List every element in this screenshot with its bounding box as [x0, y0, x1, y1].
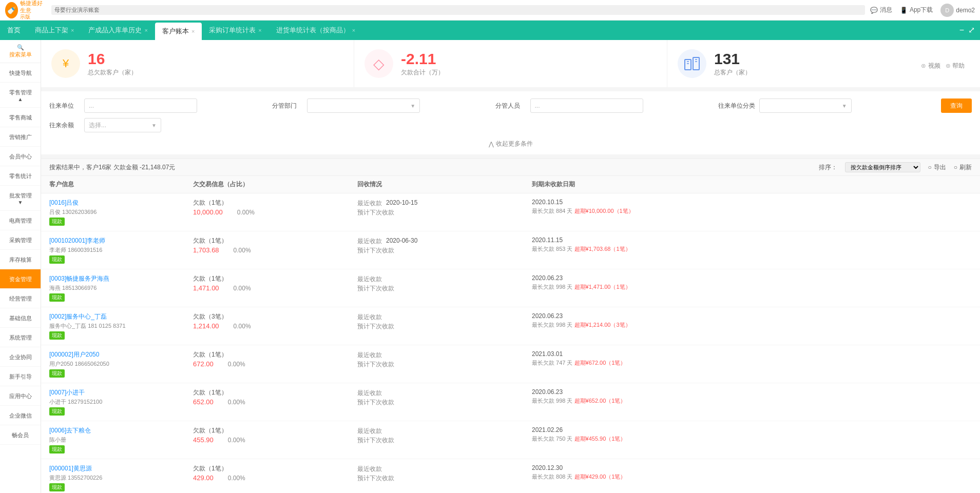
tab-close-icon[interactable]: ×: [144, 27, 147, 33]
table-header: 客户信息 欠交易信息（占比） 回收情况 到期未收款日期: [41, 176, 980, 193]
tab-purchase[interactable]: 采购订单统计表 ×: [202, 21, 268, 40]
debt-amount-7[interactable]: 455.90: [193, 436, 214, 444]
customer-name-2[interactable]: [0001020001]李老师: [49, 236, 193, 245]
overdue-link-1[interactable]: 超期¥10,000.00（1笔）: [574, 208, 634, 214]
overdue-info-1: 2020.10.15 最长欠款 884 天 超期¥10,000.00（1笔）: [532, 199, 972, 215]
sidebar-item-app-center[interactable]: 应用中心: [0, 386, 41, 406]
tab-maximize-icon[interactable]: ⤢: [968, 26, 975, 34]
sidebar-item-ecommerce[interactable]: 电商管理: [0, 211, 41, 230]
sidebar-item-marketing[interactable]: 营销推广: [0, 127, 41, 147]
customer-name-5[interactable]: [000002]用户2050: [49, 350, 193, 359]
overdue-link-4[interactable]: 超期¥1,214.00（3笔）: [574, 322, 631, 328]
sidebar-item-retail-mall[interactable]: 零售商城: [0, 108, 41, 127]
message-btn[interactable]: 💬 消息: [870, 6, 892, 14]
sidebar-item-basic-info[interactable]: 基础信息: [0, 308, 41, 328]
customer-info-8: [000001]黄思源 黄思源 13552700226 现款: [49, 464, 193, 491]
tab-minimize-icon[interactable]: −: [959, 26, 964, 34]
debt-amount-2[interactable]: 1,703.68: [193, 246, 219, 254]
collapse-button[interactable]: ⋀ 收起更多条件: [49, 137, 972, 150]
results-bar: 搜索结果中，客户16家 欠款金额 -21,148.07元 排序： 按欠款金额倒序…: [41, 159, 980, 176]
filter-balance-select[interactable]: 选择... ▼: [84, 118, 161, 132]
overdue-info-4: 2020.06.23 最长欠款 998 天 超期¥1,214.00（3笔）: [532, 312, 972, 329]
video-btn[interactable]: ⊙ 视频: [921, 62, 940, 70]
sidebar-item-guide[interactable]: 新手引导: [0, 367, 41, 386]
sidebar-item-vip[interactable]: 畅会员: [0, 425, 41, 445]
filter-vendor-input[interactable]: ...: [84, 98, 197, 113]
sidebar-item-member[interactable]: 会员中心: [0, 147, 41, 166]
customer-name-3[interactable]: [0003]畅捷服务尹海燕: [49, 274, 193, 283]
tab-home[interactable]: 首页: [0, 21, 28, 40]
customer-name-6[interactable]: [0007]小进干: [49, 388, 193, 397]
refresh-btn[interactable]: ○ 刷新: [954, 163, 972, 172]
tab-production[interactable]: 产成品入库单历史 ×: [81, 21, 155, 40]
sidebar-item-inventory[interactable]: 库存核算: [0, 250, 41, 269]
debt-amount-1[interactable]: 10,000.00: [193, 208, 223, 216]
tab-goods[interactable]: 商品上下架 ×: [28, 21, 81, 40]
tab-close-icon[interactable]: ×: [191, 28, 195, 34]
overdue-link-2[interactable]: 超期¥1,703.68（1笔）: [574, 246, 631, 252]
tab-customer-account[interactable]: 客户账本 ×: [155, 23, 202, 40]
customer-tag-5: 现款: [49, 369, 65, 378]
filter-dept-select[interactable]: ▼: [307, 98, 420, 113]
sidebar-item-purchase[interactable]: 采购管理: [0, 230, 41, 250]
debt-amount-6[interactable]: 652.00: [193, 398, 214, 406]
sidebar-item-quick-nav[interactable]: 快捷导航: [0, 63, 41, 83]
customer-info-6: [0007]小进干 小进干 18279152100 现款: [49, 388, 193, 416]
customer-name-4[interactable]: [0002]服务中心_丁磊: [49, 312, 193, 321]
recovery-info-6: 最近收款 预计下次收款: [357, 388, 532, 407]
stat-card-debt-customers: ¥ 16 总欠款客户（家）: [41, 40, 354, 87]
user-menu[interactable]: D demo2: [940, 4, 975, 17]
export-btn[interactable]: ○ 导出: [928, 163, 946, 172]
sidebar-search[interactable]: 🔍 搜索菜单: [0, 40, 41, 63]
table-row: [0016]吕俊 吕俊 13026203696 现款 欠款（1笔） 10,000…: [41, 193, 980, 231]
col-header-customer: 客户信息: [49, 180, 193, 189]
customer-tag-1: 现款: [49, 218, 65, 226]
customer-info-7: [0006]去下粮仓 陈小册 现款: [49, 426, 193, 453]
tab-close-icon[interactable]: ×: [71, 27, 74, 33]
tab-stock[interactable]: 进货单统计表（按商品） ×: [269, 21, 362, 40]
customer-name-7[interactable]: [0006]去下粮仓: [49, 426, 193, 435]
sidebar-item-wholesale[interactable]: 批发管理 ▼: [0, 186, 41, 211]
recovery-info-2: 最近收款 2020-06-30 预计下次收款: [357, 236, 532, 255]
overdue-link-7[interactable]: 超期¥455.90（1笔）: [574, 436, 626, 442]
filter-person-input[interactable]: ...: [530, 98, 643, 113]
table-row: [0003]畅捷服务尹海燕 海燕 18513066976 现款 欠款（1笔） 1…: [41, 269, 980, 307]
sidebar-item-finance[interactable]: 资金管理: [0, 269, 41, 289]
sidebar-item-operations[interactable]: 经营管理: [0, 289, 41, 308]
overdue-link-6[interactable]: 超期¥652.00（1笔）: [574, 398, 626, 404]
recovery-info-7: 最近收款 预计下次收款: [357, 426, 532, 445]
debt-amount-8[interactable]: 429.00: [193, 474, 214, 482]
table-row: [0001020001]李老师 李老师 18600391516 现款 欠款（1笔…: [41, 231, 980, 269]
sidebar: 🔍 搜索菜单 快捷导航 零售管理 ▲ 零售商城 营销推广 会员中心 零售统计 批…: [0, 40, 41, 493]
customer-name-1[interactable]: [0016]吕俊: [49, 199, 193, 207]
logo-text: 畅捷通好生意 示版: [20, 0, 46, 19]
chevron-up-icon: ⋀: [489, 141, 494, 148]
overdue-link-3[interactable]: 超期¥1,471.00（1笔）: [574, 284, 631, 290]
sidebar-item-enterprise[interactable]: 企业协同: [0, 347, 41, 367]
overdue-link-5[interactable]: 超期¥672.00（1笔）: [574, 360, 626, 366]
customer-name-8[interactable]: [000001]黄思源: [49, 464, 193, 473]
sort-select[interactable]: 按欠款金额倒序排序: [845, 162, 920, 172]
stat-number-2: -2.11: [401, 50, 657, 67]
sidebar-item-retail-mgmt[interactable]: 零售管理 ▲: [0, 83, 41, 108]
tab-actions: − ⤢: [954, 21, 980, 40]
stat-label-2: 欠款合计（万）: [401, 68, 657, 77]
overdue-link-8[interactable]: 超期¥429.00（1笔）: [574, 474, 626, 480]
debt-amount-4[interactable]: 1,214.00: [193, 322, 219, 330]
chevron-down-icon: ▼: [410, 103, 415, 109]
sidebar-item-wechat[interactable]: 企业微信: [0, 406, 41, 425]
app-download-btn[interactable]: 📱 App下载: [900, 6, 933, 14]
customer-contact-5: 用户2050 18665062050: [49, 360, 193, 368]
help-btn[interactable]: ⊙ 帮助: [946, 62, 965, 70]
filter-category-select[interactable]: ▼: [759, 98, 852, 113]
tab-close-icon[interactable]: ×: [258, 27, 261, 33]
tab-close-icon[interactable]: ×: [352, 27, 355, 33]
col-header-overdue: 到期未收款日期: [532, 180, 972, 189]
search-button[interactable]: 查询: [941, 98, 972, 113]
debt-amount-3[interactable]: 1,471.00: [193, 284, 219, 292]
tab-bar: 首页 商品上下架 × 产成品入库单历史 × 客户账本 × 采购订单统计表 × 进…: [0, 21, 980, 40]
filter-row-1: 往来单位 ... 分管部门 ▼ 分管人员 ...: [49, 98, 972, 113]
sidebar-item-system[interactable]: 系统管理: [0, 328, 41, 347]
debt-amount-5[interactable]: 672.00: [193, 360, 214, 368]
sidebar-item-retail-stat[interactable]: 零售统计: [0, 166, 41, 186]
